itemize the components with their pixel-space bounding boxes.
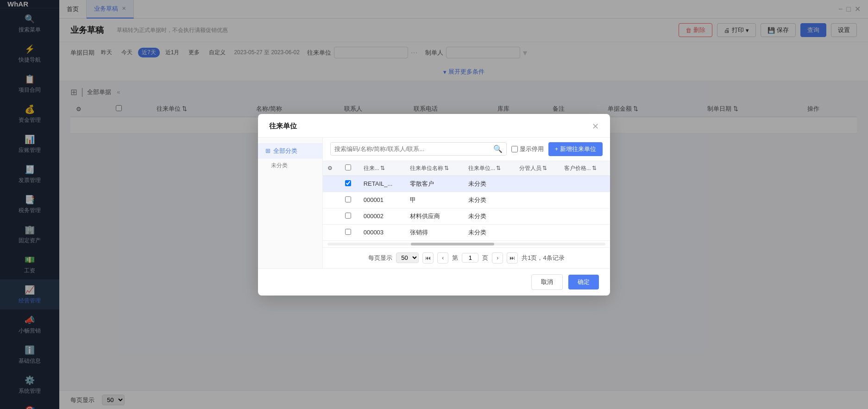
modal-title: 往来单位 bbox=[269, 122, 297, 131]
modal-sidebar: ⊞ 全部分类 未分类 bbox=[258, 138, 323, 268]
modal-col-manager[interactable]: 分管人员 ⇅ bbox=[515, 161, 560, 176]
row-price bbox=[560, 208, 610, 224]
modal-table-row[interactable]: 000001 甲 未分类 bbox=[323, 192, 610, 208]
row-settings[interactable] bbox=[323, 208, 340, 224]
modal-pagination: 每页显示 50 ⏮ ‹ 第 页 › ⏭ 共1页，4条记录 bbox=[323, 247, 610, 268]
row-checkbox[interactable] bbox=[340, 176, 359, 192]
modal-footer: 取消 确定 bbox=[258, 268, 610, 296]
row-checkbox[interactable] bbox=[340, 192, 359, 208]
row-code: 000001 bbox=[359, 192, 405, 208]
search-input[interactable] bbox=[334, 145, 491, 152]
page-unit: 页 bbox=[482, 254, 488, 262]
modal-col-name[interactable]: 往来单位名称 ⇅ bbox=[405, 161, 464, 176]
show-disabled-checkbox[interactable] bbox=[511, 146, 518, 152]
row-select-checkbox[interactable] bbox=[345, 229, 351, 235]
row-select-checkbox[interactable] bbox=[345, 196, 351, 202]
row-code: 000003 bbox=[359, 224, 405, 240]
page-label: 第 bbox=[452, 254, 458, 262]
modal-overlay: 往来单位 ✕ ⊞ 全部分类 未分类 🔍 bbox=[0, 0, 868, 409]
search-box: 🔍 bbox=[330, 142, 507, 156]
cancel-button[interactable]: 取消 bbox=[531, 274, 563, 290]
show-disabled-group: 显示停用 bbox=[511, 145, 544, 153]
row-select-checkbox[interactable] bbox=[345, 180, 351, 186]
prev-page-btn[interactable]: ‹ bbox=[437, 252, 448, 264]
modal-page-size-select[interactable]: 50 bbox=[396, 252, 419, 263]
first-page-btn[interactable]: ⏮ bbox=[422, 252, 434, 264]
modal-close-button[interactable]: ✕ bbox=[592, 121, 599, 132]
row-settings[interactable] bbox=[323, 192, 340, 208]
modal-table-row[interactable]: 000003 张销得 未分类 bbox=[323, 224, 610, 240]
current-page-input[interactable] bbox=[462, 253, 478, 263]
modal-col-settings[interactable]: ⚙ bbox=[323, 161, 340, 176]
confirm-button[interactable]: 确定 bbox=[568, 275, 599, 289]
modal-col-category[interactable]: 往来单位... ⇅ bbox=[464, 161, 514, 176]
modal-toolbar: 🔍 显示停用 + 新增往来单位 bbox=[323, 138, 610, 161]
row-price bbox=[560, 176, 610, 192]
row-name: 零散客户 bbox=[405, 176, 464, 192]
row-checkbox[interactable] bbox=[340, 224, 359, 240]
total-info: 共1页，4条记录 bbox=[522, 254, 564, 262]
row-name: 甲 bbox=[405, 192, 464, 208]
row-code: 000002 bbox=[359, 208, 405, 224]
row-category: 未分类 bbox=[464, 192, 514, 208]
grid-small-icon: ⊞ bbox=[265, 147, 270, 154]
row-code: RETAIL_... bbox=[359, 176, 405, 192]
modal-sidebar-all[interactable]: ⊞ 全部分类 bbox=[258, 143, 322, 159]
add-partner-button[interactable]: + 新增往来单位 bbox=[548, 142, 603, 156]
modal-select-all[interactable] bbox=[345, 164, 351, 170]
modal-table-row[interactable]: RETAIL_... 零散客户 未分类 bbox=[323, 176, 610, 192]
modal-sidebar-unclassified[interactable]: 未分类 bbox=[258, 159, 322, 172]
scrollbar-thumb bbox=[411, 243, 494, 245]
row-name: 张销得 bbox=[405, 224, 464, 240]
horizontal-scrollbar[interactable] bbox=[327, 243, 605, 245]
row-price bbox=[560, 192, 610, 208]
row-category: 未分类 bbox=[464, 208, 514, 224]
modal-main: 🔍 显示停用 + 新增往来单位 ⚙ bbox=[323, 138, 610, 268]
row-category: 未分类 bbox=[464, 176, 514, 192]
row-manager bbox=[515, 176, 560, 192]
search-icon: 🔍 bbox=[493, 145, 503, 153]
row-name: 材料供应商 bbox=[405, 208, 464, 224]
row-manager bbox=[515, 208, 560, 224]
modal-table-row[interactable]: 000002 材料供应商 未分类 bbox=[323, 208, 610, 224]
next-page-btn[interactable]: › bbox=[492, 252, 503, 264]
last-page-btn[interactable]: ⏭ bbox=[507, 252, 518, 264]
modal-table: ⚙ 往来... ⇅ 往来单位名称 ⇅ 往来单位... ⇅ bbox=[323, 161, 610, 241]
show-disabled-label: 显示停用 bbox=[520, 145, 544, 153]
row-settings[interactable] bbox=[323, 176, 340, 192]
row-checkbox[interactable] bbox=[340, 208, 359, 224]
modal-header: 往来单位 ✕ bbox=[258, 114, 610, 138]
modal-table-wrap: ⚙ 往来... ⇅ 往来单位名称 ⇅ 往来单位... ⇅ bbox=[323, 161, 610, 247]
modal-body: ⊞ 全部分类 未分类 🔍 显示停用 bbox=[258, 138, 610, 268]
row-settings[interactable] bbox=[323, 224, 340, 240]
row-manager bbox=[515, 192, 560, 208]
row-category: 未分类 bbox=[464, 224, 514, 240]
modal-col-code[interactable]: 往来... ⇅ bbox=[359, 161, 405, 176]
partner-modal: 往来单位 ✕ ⊞ 全部分类 未分类 🔍 bbox=[258, 114, 610, 296]
row-price bbox=[560, 224, 610, 240]
modal-col-price[interactable]: 客户价格... ⇅ bbox=[560, 161, 610, 176]
row-manager bbox=[515, 224, 560, 240]
modal-col-checkbox[interactable] bbox=[340, 161, 359, 176]
row-select-checkbox[interactable] bbox=[345, 213, 351, 219]
modal-page-size-label: 每页显示 bbox=[368, 254, 392, 262]
